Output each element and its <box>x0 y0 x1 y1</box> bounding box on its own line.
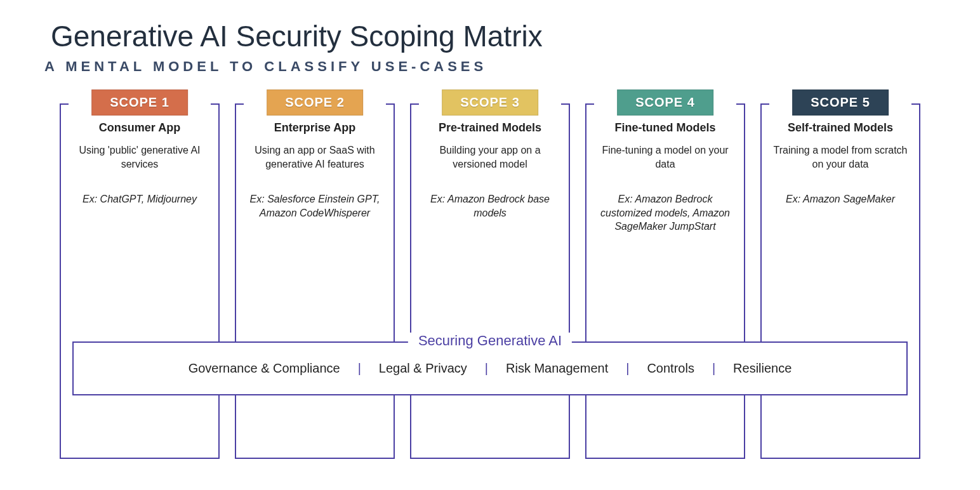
page-title: Generative AI Security Scoping Matrix <box>51 19 936 53</box>
scope-column-1: SCOPE 1 Consumer App Using 'public' gene… <box>60 103 220 459</box>
scope-desc-4: Fine-tuning a model on your data <box>594 143 736 171</box>
securing-item-governance: Governance & Compliance <box>171 361 358 376</box>
scope-badge-4: SCOPE 4 <box>617 89 713 116</box>
securing-item-resilience: Resilience <box>715 361 809 376</box>
securing-title: Securing Generative AI <box>408 333 572 349</box>
scope-name-4: Fine-tuned Models <box>594 121 736 135</box>
securing-box: Securing Generative AI Governance & Comp… <box>72 341 908 395</box>
scope-column-2: SCOPE 2 Enterprise App Using an app or S… <box>235 103 395 459</box>
scope-badge-3: SCOPE 3 <box>442 89 538 116</box>
scope-name-1: Consumer App <box>69 121 211 135</box>
scope-example-1: Ex: ChatGPT, Midjourney <box>69 192 211 206</box>
scope-name-3: Pre-trained Models <box>419 121 561 135</box>
scope-badge-5: SCOPE 5 <box>792 89 889 116</box>
scope-badge-1: SCOPE 1 <box>91 89 188 116</box>
scope-example-4: Ex: Amazon Bedrock customized models, Am… <box>594 192 736 234</box>
securing-item-controls: Controls <box>629 361 712 376</box>
scope-column-3: SCOPE 3 Pre-trained Models Building your… <box>410 103 570 459</box>
scoping-matrix: SCOPE 1 Consumer App Using 'public' gene… <box>44 103 936 459</box>
scope-name-5: Self-trained Models <box>769 121 911 135</box>
scope-desc-2: Using an app or SaaS with generative AI … <box>244 143 386 171</box>
securing-items: Governance & Compliance | Legal & Privac… <box>88 361 892 376</box>
scope-example-3: Ex: Amazon Bedrock base models <box>419 192 561 220</box>
scope-column-4: SCOPE 4 Fine-tuned Models Fine-tuning a … <box>585 103 745 459</box>
scope-name-2: Enterprise App <box>244 121 386 135</box>
scope-column-5: SCOPE 5 Self-trained Models Training a m… <box>760 103 920 459</box>
scope-desc-1: Using 'public' generative AI services <box>69 143 211 171</box>
securing-item-risk: Risk Management <box>488 361 626 376</box>
scope-desc-5: Training a model from scratch on your da… <box>769 143 911 171</box>
scope-example-5: Ex: Amazon SageMaker <box>769 192 911 206</box>
securing-item-legal: Legal & Privacy <box>361 361 485 376</box>
scope-example-2: Ex: Salesforce Einstein GPT, Amazon Code… <box>244 192 386 220</box>
page-subtitle: A MENTAL MODEL TO CLASSIFY USE-CASES <box>44 58 936 75</box>
scope-badge-2: SCOPE 2 <box>267 89 363 116</box>
scope-desc-3: Building your app on a versioned model <box>419 143 561 171</box>
